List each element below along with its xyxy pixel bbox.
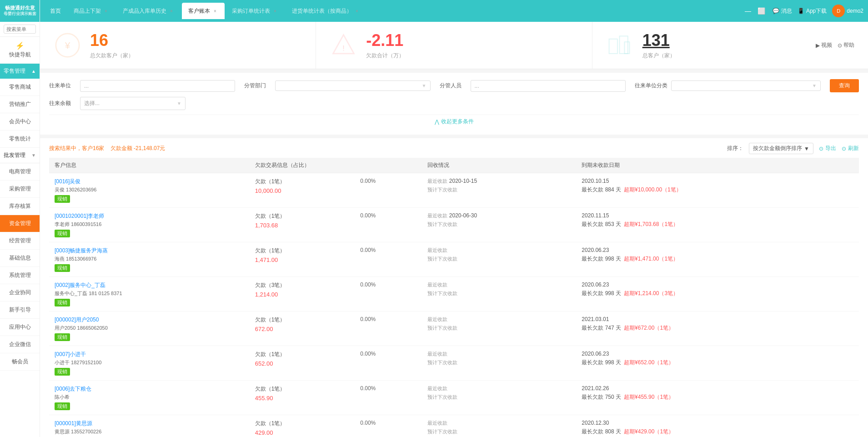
- filter-dots: ...: [84, 83, 89, 89]
- balance-value: 选择...: [84, 100, 100, 107]
- person-input[interactable]: ...: [471, 80, 626, 92]
- help-button[interactable]: ⊙ 帮助: [838, 41, 854, 49]
- customer-name-link[interactable]: [000002]用户2050: [55, 316, 244, 324]
- debt-count: 欠款（1笔）: [255, 316, 350, 324]
- tab-label: 商品上下架: [74, 7, 101, 15]
- due-date: 2020.10.15: [582, 178, 853, 184]
- cell-debt-ratio: 0.00%: [355, 381, 422, 415]
- message-button[interactable]: 💬 消息: [773, 7, 792, 15]
- sidebar-item-wechat[interactable]: 企业微信: [0, 336, 40, 353]
- recent-label: 最近收款: [427, 351, 447, 357]
- due-date: 2021.02.26: [582, 385, 853, 392]
- customer-tag: 现销: [55, 264, 70, 272]
- tab-home[interactable]: 首页: [45, 7, 66, 15]
- cell-customer-info: [0016]吴俊 吴俊 13026203696 现销: [49, 173, 250, 208]
- customer-name-link[interactable]: [0007]小进干: [55, 351, 244, 358]
- sidebar-item-retail-store[interactable]: 零售商城: [0, 79, 40, 96]
- sidebar-section-batch[interactable]: 批发管理 ▼: [0, 148, 40, 163]
- recent-label: 最近收款: [427, 420, 447, 426]
- sidebar-item-quicknav[interactable]: ⚡ 快捷导航: [0, 37, 40, 64]
- sidebar-item-inventory[interactable]: 库存核算: [0, 198, 40, 215]
- sidebar-item-marketing[interactable]: 营销推广: [0, 96, 40, 113]
- sidebar-item-newbie[interactable]: 新手引导: [0, 301, 40, 319]
- tab-products[interactable]: 商品上下架 ×: [67, 3, 115, 19]
- stat-card-actions: ▶ 视频 ⊙ 帮助: [816, 41, 854, 49]
- customer-name-link[interactable]: [0006]去下粮仓: [55, 385, 244, 393]
- sidebar-item-system[interactable]: 系统管理: [0, 267, 40, 284]
- tab-purchase-stat[interactable]: 进货单统计表（按商品） ×: [286, 3, 366, 19]
- overdue-amount-link[interactable]: 超期¥455.90（1笔）: [624, 393, 674, 401]
- customer-name-link[interactable]: [0002]服务中心_丁磊: [55, 281, 244, 289]
- cell-due-date: 2020.06.23 最长欠款 998 天 超期¥1,214.00（3笔）: [576, 277, 859, 311]
- nav-window-actions: — ⬜: [743, 6, 767, 15]
- svg-rect-6: [625, 42, 630, 54]
- source-unit-input[interactable]: ...: [80, 80, 235, 92]
- overdue-amount-link[interactable]: 超期¥1,214.00（3笔）: [624, 290, 678, 297]
- tab-close-icon[interactable]: ×: [168, 8, 175, 14]
- overdue-amount-link[interactable]: 超期¥672.00（1笔）: [624, 324, 674, 332]
- app-download-button[interactable]: 📱 App下载: [798, 7, 827, 15]
- tab-close-icon[interactable]: ×: [354, 8, 360, 14]
- cell-due-date: 2021.03.01 最长欠款 747 天 超期¥672.00（1笔）: [576, 311, 859, 346]
- filter-label-source: 往来单位: [49, 82, 76, 90]
- overdue-amount-link[interactable]: 超期¥652.00（1笔）: [624, 359, 674, 367]
- app-download-label: App下载: [806, 7, 827, 15]
- sidebar-item-ecommerce[interactable]: 电商管理: [0, 163, 40, 181]
- collapse-button[interactable]: ⋀ 收起更多条件: [49, 115, 859, 128]
- sidebar-item-app-center[interactable]: 应用中心: [0, 319, 40, 336]
- balance-select[interactable]: 选择... ▼: [80, 97, 186, 110]
- customer-phone: 小进干 18279152100: [55, 359, 244, 366]
- video-button[interactable]: ▶ 视频: [816, 41, 832, 49]
- overdue-days: 最长欠款 998 天: [582, 255, 621, 263]
- sidebar-item-finance[interactable]: 资金管理: [0, 215, 40, 232]
- search-input[interactable]: [4, 25, 36, 34]
- overdue-amount-link[interactable]: 超期¥429.00（1笔）: [624, 428, 674, 436]
- export-button[interactable]: ⊙ 导出: [819, 145, 836, 152]
- sidebar-item-retail-stat[interactable]: 零售统计: [0, 131, 40, 148]
- sidebar-item-purchase[interactable]: 采购管理: [0, 181, 40, 198]
- tab-inbound-history[interactable]: 产成品入库单历史 ×: [116, 3, 181, 19]
- sidebar-item-label: 新手引导: [4, 306, 36, 314]
- cell-due-date: 2020.12.30 最长欠款 808 天 超期¥429.00（1笔）: [576, 415, 859, 437]
- sidebar-item-member2[interactable]: 畅会员: [0, 353, 40, 371]
- sidebar-item-label: 零售商城: [4, 83, 36, 91]
- cell-due-date: 2020.06.23 最长欠款 998 天 超期¥1,471.00（1笔）: [576, 242, 859, 277]
- tab-close-icon[interactable]: ×: [272, 8, 278, 14]
- sidebar-item-member[interactable]: 会员中心: [0, 113, 40, 131]
- category-select[interactable]: ▼: [671, 80, 821, 91]
- section-label: 批发管理: [4, 151, 25, 159]
- sidebar-item-label: 零售统计: [4, 135, 36, 143]
- sidebar-item-operations[interactable]: 经营管理: [0, 232, 40, 250]
- customer-name-link[interactable]: [0003]畅捷服务尹海蒸: [55, 247, 244, 255]
- overdue-amount-link[interactable]: 超期¥1,471.00（1笔）: [624, 255, 678, 263]
- minimize-icon[interactable]: —: [743, 6, 753, 15]
- sidebar-item-basic[interactable]: 基础信息: [0, 250, 40, 267]
- cell-debt-ratio: 0.00%: [355, 173, 422, 208]
- logo-sub: 母婴行业演示账套: [4, 11, 36, 17]
- tab-label: 进货单统计表（按商品）: [292, 7, 352, 15]
- app-logo: 畅捷通好生意 母婴行业演示账套: [0, 0, 40, 22]
- cell-recovery: 最近收款 预计下次收款: [422, 311, 576, 346]
- tab-close-icon[interactable]: ×: [103, 8, 109, 14]
- overdue-amount-link[interactable]: 超期¥10,000.00（1笔）: [624, 186, 682, 194]
- maximize-icon[interactable]: ⬜: [756, 6, 767, 15]
- sidebar-section-retail[interactable]: 零售管理 ▲: [0, 64, 40, 79]
- tab-customer-account[interactable]: 客户账本 ×: [182, 3, 225, 19]
- cell-customer-info: [0003]畅捷服务尹海蒸 海燕 18513066976 现销: [49, 242, 250, 277]
- customer-tag: 现销: [55, 299, 70, 306]
- customer-name-link[interactable]: [000001]黄思源: [55, 420, 244, 427]
- sidebar-item-enterprise[interactable]: 企业协同: [0, 284, 40, 301]
- search-button[interactable]: 查询: [830, 79, 859, 92]
- dept-select[interactable]: ▼: [275, 80, 430, 91]
- tab-close-icon[interactable]: ×: [212, 8, 218, 14]
- cell-customer-info: [0007]小进干 小进干 18279152100 现销: [49, 346, 250, 381]
- customer-name-link[interactable]: [0016]吴俊: [55, 178, 244, 186]
- section-label: 零售管理: [4, 67, 25, 75]
- sidebar-item-label: 会员中心: [4, 118, 36, 126]
- overdue-amount-link[interactable]: 超期¥1,703.68（1笔）: [624, 221, 678, 228]
- user-profile[interactable]: D demo2: [832, 5, 863, 17]
- sort-select[interactable]: 按欠款金额倒序排序 ▼: [749, 143, 813, 154]
- refresh-button[interactable]: ⊙ 刷新: [842, 145, 859, 152]
- customer-name-link[interactable]: [0001020001]李老师: [55, 212, 244, 220]
- tab-purchase-order[interactable]: 采购订单统计表 ×: [226, 3, 285, 19]
